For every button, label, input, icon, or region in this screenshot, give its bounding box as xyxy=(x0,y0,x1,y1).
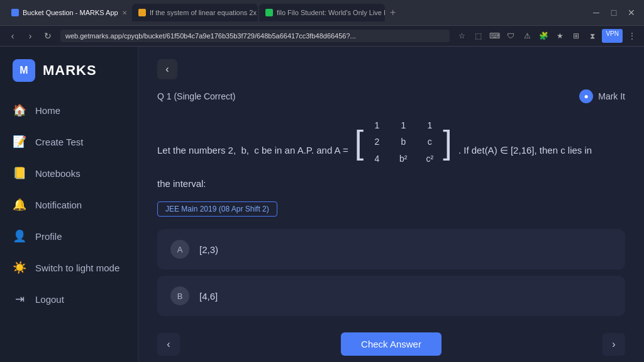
sidebar-item-home-label: Home xyxy=(35,105,60,116)
history-button[interactable]: ⧗ xyxy=(586,29,599,43)
sidebar-item-create-test-label: Create Test xyxy=(35,137,83,147)
sidebar-item-create-test[interactable]: 📝 Create Test xyxy=(0,126,138,157)
profile-icon: 👤 xyxy=(13,229,26,243)
matrix-cell-r2c3: c xyxy=(420,135,439,149)
close-button[interactable]: ✕ xyxy=(624,5,639,20)
tab-1-label: Bucket Question - MARKS App xyxy=(23,9,118,16)
sidebar-item-notebooks-label: Notebooks xyxy=(35,168,80,179)
next-question-button[interactable]: › xyxy=(602,333,625,356)
option-a-letter: A xyxy=(170,240,189,259)
matrix-cell-r1c2: 1 xyxy=(394,118,413,132)
matrix-cell-r2c1: 2 xyxy=(367,135,386,149)
logout-icon: ⇥ xyxy=(13,292,26,306)
question-body-start: Let the numbers 2, b, c be in an A.P. an… xyxy=(157,145,351,156)
menu-button[interactable]: ⋮ xyxy=(625,29,639,43)
mark-it-icon: ● xyxy=(579,89,593,103)
matrix-cell-r3c2: b² xyxy=(394,152,413,166)
question-type-label: Q 1 (Single Correct) xyxy=(157,91,235,101)
sidebar-item-logout[interactable]: ⇥ Logout xyxy=(0,283,138,315)
tab-2-label: If the system of linear equations 2x + xyxy=(150,9,258,16)
forward-nav-button[interactable]: › xyxy=(23,28,38,43)
notebooks-icon: 📒 xyxy=(13,166,26,180)
sidebar-item-notification-label: Notification xyxy=(35,200,82,210)
sidebar-item-switch-mode[interactable]: ☀️ Switch to light mode xyxy=(0,252,138,283)
tab-3-label: filo Filo Student: World's Only Live Ins… xyxy=(277,9,385,16)
matrix-bracket-right: ] xyxy=(443,126,452,159)
notification-icon: 🔔 xyxy=(13,198,26,212)
option-a[interactable]: A [2,3) xyxy=(157,229,625,269)
question-continuation: the interval: xyxy=(157,178,625,189)
translate-button[interactable]: ⌨ xyxy=(487,29,501,43)
back-button[interactable]: ‹ xyxy=(157,59,177,79)
question-body: Let the numbers 2, b, c be in an A.P. an… xyxy=(157,116,625,168)
matrix-bracket-left: [ xyxy=(355,126,364,159)
tab-1-close[interactable]: ✕ xyxy=(122,9,127,16)
matrix-cell-r2c2: b xyxy=(394,135,413,149)
reload-button[interactable]: ↻ xyxy=(40,28,55,43)
vpn-badge: VPN xyxy=(602,29,623,43)
question-body-end: . If det(A) ∈ [2,16], then c lies in xyxy=(458,145,592,156)
sidebar-item-logout-label: Logout xyxy=(35,294,64,305)
logo-icon: M xyxy=(13,59,35,82)
home-icon: 🏠 xyxy=(13,103,26,117)
back-nav-button[interactable]: ‹ xyxy=(5,28,20,43)
star-button[interactable]: ★ xyxy=(553,29,567,43)
tab-3-favicon xyxy=(265,9,273,16)
option-b-text: [4,6] xyxy=(199,291,218,302)
tab-1-favicon xyxy=(11,9,19,16)
question-header: Q 1 (Single Correct) ● Mark It xyxy=(157,89,625,103)
sidebar-logo: M MARKS xyxy=(0,47,138,88)
sidebar-item-notebooks[interactable]: 📒 Notebooks xyxy=(0,157,138,189)
sidebar: M MARKS 🏠 Home 📝 Create Test 📒 Notebooks… xyxy=(0,47,138,362)
tab-2[interactable]: If the system of linear equations 2x + ✕ xyxy=(132,4,258,21)
prev-question-button[interactable]: ‹ xyxy=(157,333,180,356)
tab-list: Bucket Question - MARKS App ✕ If the sys… xyxy=(5,4,585,21)
matrix-cell-r3c1: 4 xyxy=(367,152,386,166)
sidebar-item-switch-mode-label: Switch to light mode xyxy=(35,263,119,273)
shield-button[interactable]: 🛡 xyxy=(504,29,518,43)
matrix-cell-r3c3: c² xyxy=(420,152,439,166)
tab-1[interactable]: Bucket Question - MARKS App ✕ xyxy=(5,4,131,21)
option-c-partial: C [3,2 + 24] xyxy=(157,356,625,362)
browser-action-buttons: ☆ ⬚ ⌨ 🛡 ⚠ 🧩 ★ ⊞ ⧗ VPN ⋮ xyxy=(455,29,639,43)
new-tab-button[interactable]: + xyxy=(386,7,399,18)
logo-text: MARKS xyxy=(43,62,97,79)
mark-it-button[interactable]: ● Mark It xyxy=(579,89,625,103)
screenshot-button[interactable]: ⬚ xyxy=(471,29,485,43)
address-bar-row: ‹ › ↻ ☆ ⬚ ⌨ 🛡 ⚠ 🧩 ★ ⊞ ⧗ VPN ⋮ xyxy=(0,26,644,47)
sidebar-nav: 🏠 Home 📝 Create Test 📒 Notebooks 🔔 Notif… xyxy=(0,88,138,362)
bookmark-button[interactable]: ☆ xyxy=(455,29,469,43)
option-b-letter: B xyxy=(170,286,189,305)
app-container: M MARKS 🏠 Home 📝 Create Test 📒 Notebooks… xyxy=(0,47,644,362)
matrix-cell-r1c1: 1 xyxy=(367,118,386,132)
mark-it-label: Mark It xyxy=(598,91,625,101)
option-a-text: [2,3) xyxy=(199,244,218,255)
option-b[interactable]: B [4,6] xyxy=(157,276,625,316)
create-test-icon: 📝 xyxy=(13,135,26,149)
sidebar-item-home[interactable]: 🏠 Home xyxy=(0,94,138,126)
tag-badge: JEE Main 2019 (08 Apr Shift 2) xyxy=(157,201,277,217)
window-controls: ─ □ ✕ xyxy=(589,5,639,20)
matrix-grid: 1 1 1 2 b c 4 b² c² xyxy=(364,116,443,168)
maximize-button[interactable]: □ xyxy=(606,5,621,20)
alert-button[interactable]: ⚠ xyxy=(520,29,534,43)
sidebar-item-notification[interactable]: 🔔 Notification xyxy=(0,189,138,220)
sidebar-item-profile-label: Profile xyxy=(35,231,62,242)
minimize-button[interactable]: ─ xyxy=(589,5,604,20)
sidebar-item-profile[interactable]: 👤 Profile xyxy=(0,220,138,252)
browser-tab-bar: Bucket Question - MARKS App ✕ If the sys… xyxy=(0,0,644,26)
tab-2-favicon xyxy=(138,9,146,16)
bottom-navigation: ‹ Check Answer › xyxy=(157,322,625,356)
tab-3[interactable]: filo Filo Student: World's Only Live Ins… xyxy=(259,4,385,21)
matrix-container: [ 1 1 1 2 b c 4 b² c² ] xyxy=(355,116,452,168)
address-input[interactable] xyxy=(60,30,450,42)
check-answer-button[interactable]: Check Answer xyxy=(341,332,441,356)
grid-button[interactable]: ⊞ xyxy=(569,29,583,43)
nav-buttons: ‹ › ↻ xyxy=(5,28,55,43)
options-list: A [2,3) B [4,6] xyxy=(157,229,625,316)
main-content: ‹ Q 1 (Single Correct) ● Mark It Let the… xyxy=(138,47,644,362)
matrix-cell-r1c3: 1 xyxy=(420,118,439,132)
extensions-button[interactable]: 🧩 xyxy=(536,29,550,43)
switch-mode-icon: ☀️ xyxy=(13,261,26,274)
